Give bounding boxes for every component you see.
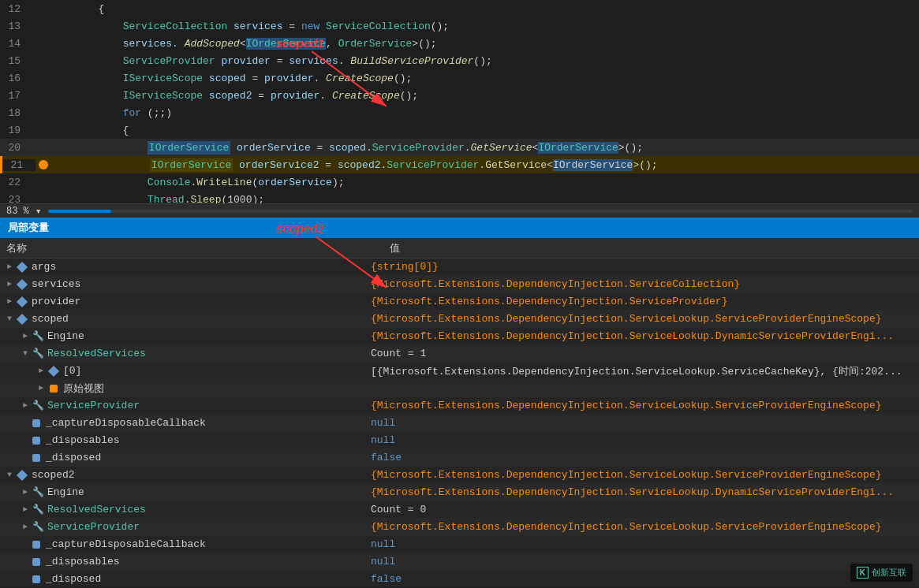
watermark-icon: K [857, 567, 869, 579]
code-line-19: 19 { [0, 121, 919, 139]
row-scoped-disposed[interactable]: _disposed false [0, 449, 919, 467]
value-scoped2-sp: {Microsoft.Extensions.DependencyInjectio… [371, 521, 919, 533]
name-raw-view: 原始视图 [63, 381, 104, 396]
icon-s2-disposed [30, 573, 43, 586]
expand-services[interactable]: ► [3, 280, 16, 288]
code-line-17: 17 IServiceScope scoped2 = provider. Cre… [0, 87, 919, 104]
code-lines: 12 { 13 ServiceCollection services = new… [0, 0, 919, 203]
name-scoped-resolved: ResolvedServices [47, 348, 146, 359]
row-scoped2-disposables[interactable]: _disposables null [0, 553, 919, 571]
zoom-dropdown-icon[interactable]: ▾ [35, 205, 42, 218]
row-raw-view[interactable]: ► 原始视图 [0, 380, 919, 397]
line-content-13: ServiceCollection services = new Service… [49, 20, 919, 32]
name-scoped2-resolved: ResolvedServices [47, 504, 146, 515]
row-scoped-resolved-0[interactable]: ► [0] [{Microsoft.Extensions.DependencyI… [0, 363, 919, 380]
line-num-23: 23 [0, 194, 33, 204]
line-content-21: IOrderService orderService2 = scoped2.Se… [51, 159, 919, 171]
icon-scoped-resolved: 🔧 [32, 348, 44, 360]
name-scoped2: scoped2 [32, 469, 75, 481]
name-disposed: _disposed [46, 452, 101, 463]
name-scoped-sp: ServiceProvider [47, 400, 140, 411]
code-line-21: 21 IOrderService orderService2 = scoped2… [0, 156, 919, 173]
expand-resolved-0[interactable]: ► [35, 367, 47, 375]
blue-icon-4 [32, 541, 40, 549]
locals-columns: 名称 值 [0, 238, 919, 259]
icon-s2-capture [30, 538, 43, 551]
line-content-15: ServiceProvider provider = services. Bui… [49, 55, 919, 67]
expand-scoped2-resolved[interactable]: ► [19, 505, 32, 514]
value-scoped2: {Microsoft.Extensions.DependencyInjectio… [371, 469, 919, 481]
row-scoped2-capture[interactable]: _captureDisposableCallback null [0, 536, 919, 553]
value-s2-disposables: null [371, 556, 919, 568]
line-num-16: 16 [0, 73, 33, 84]
line-content-22: Console.WriteLine(orderService); [49, 177, 919, 188]
value-disposables: null [371, 434, 919, 446]
locals-rows[interactable]: ► args {string[0]} ► services [0, 259, 919, 586]
expand-scoped2-engine[interactable]: ► [19, 488, 32, 497]
name-s2-disposables: _disposables [46, 556, 120, 568]
expand-scoped2-sp[interactable]: ► [19, 523, 32, 531]
row-scoped2[interactable]: ▼ scoped2 {Microsoft.Extensions.Dependen… [0, 467, 919, 484]
row-scoped-capture[interactable]: _captureDisposableCallback null [0, 415, 919, 432]
row-args[interactable]: ► args {string[0]} [0, 259, 919, 276]
row-scoped-disposables[interactable]: _disposables null [0, 432, 919, 449]
row-scoped2-disposed[interactable]: _disposed false [0, 571, 919, 586]
name-scoped: scoped [32, 313, 69, 325]
row-scoped-resolved[interactable]: ▼ 🔧 ResolvedServices Count = 1 [0, 345, 919, 363]
code-line-12: 12 { [0, 0, 919, 17]
code-line-16: 16 IServiceScope scoped = provider. Crea… [0, 69, 919, 87]
row-services[interactable]: ► services {Microsoft.Extensions.Depende… [0, 276, 919, 293]
line-content-14: services. AddScoped<IOrderService, Order… [49, 38, 919, 50]
line-num-19: 19 [0, 125, 33, 136]
locals-title: 局部变量 [8, 221, 49, 235]
expand-scoped[interactable]: ▼ [3, 314, 16, 323]
row-scoped[interactable]: ▼ scoped {Microsoft.Extensions.Dependenc… [0, 311, 919, 328]
expand-scoped-resolved[interactable]: ▼ [19, 349, 32, 358]
value-capture: null [371, 417, 919, 429]
breakpoint-21 [39, 160, 48, 169]
icon-disposed [30, 452, 43, 464]
diamond-icon-4 [17, 313, 28, 324]
value-disposed: false [371, 452, 919, 463]
row-provider[interactable]: ► provider {Microsoft.Extensions.Depende… [0, 293, 919, 311]
expand-args[interactable]: ► [3, 262, 16, 271]
row-scoped2-resolved[interactable]: ► 🔧 ResolvedServices Count = 0 [0, 501, 919, 519]
icon-scoped [16, 313, 28, 326]
gutter-21 [35, 160, 51, 169]
expand-scoped-sp[interactable]: ► [19, 401, 32, 410]
diamond-icon-5 [48, 365, 59, 376]
code-line-14: 14 services. AddScoped<IOrderService, Or… [0, 35, 919, 52]
name-resolved-0: [0] [63, 365, 81, 377]
code-editor: 12 { 13 ServiceCollection services = new… [0, 0, 919, 203]
scroll-bar[interactable]: 83 % ▾ [0, 203, 919, 218]
blue-icon-3 [32, 454, 40, 462]
icon-provider [16, 296, 28, 308]
icon-scoped2-sp: 🔧 [32, 521, 44, 534]
row-scoped-engine[interactable]: ► 🔧 Engine {Microsoft.Extensions.Depende… [0, 328, 919, 345]
code-line-23: 23 Thread.Sleep(1000); [0, 191, 919, 203]
row-scoped-sp[interactable]: ► 🔧 ServiceProvider {Microsoft.Extension… [0, 397, 919, 415]
row-scoped2-sp[interactable]: ► 🔧 ServiceProvider {Microsoft.Extension… [0, 519, 919, 536]
name-disposables: _disposables [46, 434, 120, 446]
line-content-17: IServiceScope scoped2 = provider. Create… [49, 90, 919, 102]
diamond-icon-6 [17, 469, 28, 480]
name-provider: provider [32, 296, 80, 307]
name-s2-capture: _captureDisposableCallback [46, 538, 206, 550]
expand-provider[interactable]: ► [3, 297, 16, 306]
expand-scoped2[interactable]: ▼ [3, 471, 16, 479]
watermark: K 创新互联 [850, 564, 913, 582]
expand-scoped-engine[interactable]: ► [19, 332, 32, 341]
row-scoped2-engine[interactable]: ► 🔧 Engine {Microsoft.Extensions.Depende… [0, 484, 919, 501]
blue-icon-2 [32, 437, 40, 445]
code-line-13: 13 ServiceCollection services = new Serv… [0, 17, 919, 35]
expand-raw[interactable]: ► [35, 384, 47, 393]
value-scoped2-engine: {Microsoft.Extensions.DependencyInjectio… [371, 486, 919, 498]
icon-disposables [30, 434, 43, 447]
watermark-text: 创新互联 [872, 567, 906, 579]
orange-icon [50, 385, 58, 393]
icon-services [16, 278, 28, 291]
name-s2-disposed: _disposed [46, 573, 101, 585]
locals-header: 局部变量 [0, 218, 919, 238]
code-line-22: 22 Console.WriteLine(orderService); [0, 173, 919, 191]
line-content-23: Thread.Sleep(1000); [49, 194, 919, 204]
